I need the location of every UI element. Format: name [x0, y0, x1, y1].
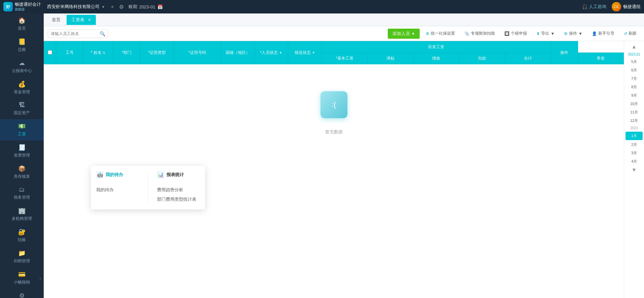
timeline-date: 2023.01: [624, 51, 644, 58]
no-data-icon: [317, 91, 351, 125]
th-country: 国籍（地区）: [221, 41, 255, 64]
company-selector[interactable]: 西安虾米网络科技有限公司 ▼: [47, 4, 105, 10]
timeline-month-10[interactable]: 10月: [624, 100, 644, 108]
timeline-month-4[interactable]: 4月: [624, 157, 644, 166]
close-account-icon: 🔐: [18, 228, 26, 236]
sidebar-item-basic-settings[interactable]: ⚙ 基础设置: [0, 289, 44, 298]
guide-toolbar-icon: 👤: [592, 31, 597, 36]
popup-header-reports: 📊 报表统计: [157, 171, 200, 181]
sidebar-item-fund[interactable]: 💰 资金管理: [0, 77, 44, 98]
select-all-checkbox[interactable]: [48, 50, 52, 55]
search-input[interactable]: [51, 31, 98, 36]
user-area[interactable]: CE 畅捷通组: [612, 2, 641, 11]
sidebar-item-invoice[interactable]: 🧾 发票管理: [0, 140, 44, 162]
sidebar-item-archive[interactable]: 📁 归档管理: [0, 246, 44, 267]
social-security-button[interactable]: ⚙ 统一社保设置: [422, 29, 458, 38]
settings-button[interactable]: ⚙: [118, 2, 125, 11]
popup-item-my-todo[interactable]: 我的待办: [96, 185, 139, 195]
period-area: 账期 2023-01 📅: [128, 4, 163, 10]
sidebar-item-tax[interactable]: 🗂 税务管理: [0, 183, 44, 204]
timeline-month-5[interactable]: 5月: [624, 58, 644, 66]
logo-subtitle: 旗舰版: [15, 7, 41, 12]
guide-button[interactable]: 👤 新手引导: [589, 29, 618, 38]
sidebar-item-ledger[interactable]: 📒 总账: [0, 35, 44, 56]
th-bonus: 绩效: [413, 53, 459, 64]
th-pension: 养老: [578, 53, 623, 64]
popup-todo-title: 我的待办: [106, 172, 123, 178]
timeline-month-3[interactable]: 3月: [624, 149, 644, 157]
search-wrap: 🔍: [48, 29, 108, 38]
avatar-initials: CE: [614, 5, 619, 9]
support-button[interactable]: 🎧 人工咨询: [582, 4, 606, 10]
timeline-month-current[interactable]: 1月: [626, 132, 643, 140]
sidebar-label-invoice: 发票管理: [14, 153, 30, 158]
personal-tax-icon: 🔲: [504, 31, 509, 36]
popup-item-expense-trend[interactable]: 费用趋势分析: [157, 185, 200, 195]
popup-item-dept-expense[interactable]: 部门费用类型统计表: [157, 195, 200, 204]
popup-header-todo: 🤖 我的待办: [96, 171, 139, 181]
sidebar-label-tax: 税务管理: [14, 195, 30, 200]
sidebar-item-multi-org[interactable]: 🏢 多机构管理: [0, 204, 44, 225]
timeline-panel: ▲ 2023.01 5月 6月 7月 8月 9月 10月: [624, 41, 644, 298]
sidebar-label-archive: 归档管理: [14, 258, 30, 264]
personal-tax-button[interactable]: 🔲 个税申报: [501, 29, 530, 38]
no-data-cube: [320, 91, 347, 118]
search-icon[interactable]: 🔍: [100, 31, 105, 36]
sidebar-label-cloud: 云报表中心: [12, 68, 32, 74]
table-container: 工号 * 姓名 ⇅ *部门 *证照类型: [44, 41, 624, 298]
ledger-icon: 📒: [18, 38, 26, 45]
social-security-label: 统一社保设置: [431, 31, 455, 36]
home-icon: 🏠: [18, 17, 26, 24]
sidebar-item-salary[interactable]: 💵 工资: [0, 119, 44, 140]
headset-icon: 🎧: [582, 4, 588, 9]
invoice-icon: 🧾: [18, 144, 26, 151]
sidebar: 🏠 首页 📒 总账 ☁ 云报表中心 💰 资金管理 🏗 固定资产 💵 工资 🧾 发…: [0, 13, 44, 298]
timeline-up-button[interactable]: ▲: [630, 42, 638, 51]
month-8-label: 8月: [631, 85, 637, 89]
filter-send-icon[interactable]: ▼: [312, 51, 315, 55]
sidebar-item-cloud-report[interactable]: ☁ 云报表中心: [0, 56, 44, 77]
logo-title: 畅捷通好会计: [15, 2, 41, 7]
timeline-month-6[interactable]: 6月: [624, 66, 644, 74]
sidebar-label-inventory: 库存核算: [14, 174, 30, 179]
add-person-button[interactable]: 添加人员 ▼: [388, 29, 420, 39]
timeline-down-button[interactable]: ▼: [630, 166, 638, 174]
company-dropdown-arrow: ▼: [102, 5, 105, 9]
sidebar-label-fixed: 固定资产: [14, 110, 30, 116]
social-security-icon: ⚙: [426, 31, 429, 36]
sidebar-item-inventory[interactable]: 📦 库存核算: [0, 162, 44, 183]
th-checkbox: [44, 41, 56, 64]
filter-status-icon[interactable]: ▼: [279, 51, 282, 55]
fixed-assets-icon: 🏗: [19, 102, 25, 109]
sidebar-item-xiao-chang[interactable]: 💳 小畅报销: [0, 267, 44, 289]
timeline-month-11[interactable]: 11月: [624, 108, 644, 117]
sidebar-item-close-account[interactable]: 🔐 结账: [0, 225, 44, 246]
timeline-month-9[interactable]: 9月: [624, 91, 644, 100]
sort-name-icon[interactable]: ⇅: [103, 51, 105, 55]
salary-table: 工号 * 姓名 ⇅ *部门 *证照类型: [44, 41, 624, 64]
top-header: 好 畅捷通好会计 旗舰版 西安虾米网络科技有限公司 ▼ ＋ ⚙ 账期 2023-…: [0, 0, 644, 13]
logo-text-wrap: 畅捷通好会计 旗舰版: [15, 2, 41, 12]
calendar-icon[interactable]: 📅: [157, 4, 163, 9]
sidebar-item-fixed-assets[interactable]: 🏗 固定资产: [0, 98, 44, 119]
timeline-month-12[interactable]: 12月: [624, 117, 644, 125]
no-data-state: 暂无数据: [44, 64, 624, 162]
th-send-label: 报送状态: [295, 50, 311, 55]
operations-button[interactable]: ⚙ 操作 ▼: [561, 29, 586, 38]
add-company-button[interactable]: ＋: [108, 2, 116, 12]
sidebar-item-home[interactable]: 🏠 首页: [0, 13, 44, 35]
tab-home[interactable]: 首页: [47, 15, 65, 25]
export-button[interactable]: ⬇ 导出 ▼: [533, 29, 558, 38]
company-name: 西安虾米网络科技有限公司: [47, 4, 100, 10]
period-value: 2023-01: [139, 4, 155, 9]
timeline-month-2[interactable]: 2月: [624, 140, 644, 149]
special-add-button[interactable]: 📎 专项附加扣除: [461, 29, 498, 38]
month-2-label: 2月: [631, 142, 637, 146]
tab-close-button[interactable]: ✕: [88, 18, 91, 22]
th-salary-group: 应发工资: [322, 41, 551, 53]
refresh-button[interactable]: ↺ 刷新: [620, 29, 640, 38]
timeline-month-8[interactable]: 8月: [624, 83, 644, 91]
timeline-month-7[interactable]: 7月: [624, 74, 644, 83]
tab-salary-table[interactable]: 工资表 ✕: [67, 15, 96, 25]
refresh-label: 刷新: [629, 31, 637, 36]
